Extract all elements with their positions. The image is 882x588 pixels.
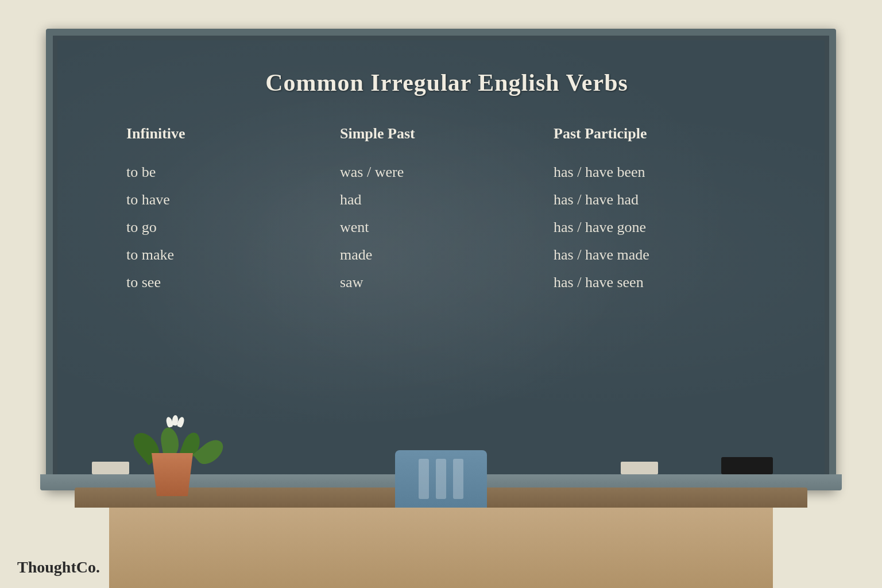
col-item-sp-5: saw	[340, 269, 542, 296]
chair-slat-1	[419, 459, 429, 499]
eraser-left	[92, 462, 129, 474]
col-item-inf-5: to see	[126, 269, 328, 296]
chalkboard-frame: Common Irregular English Verbs Infinitiv…	[46, 29, 836, 490]
col-item-sp-1: was / were	[340, 158, 542, 186]
board-title: Common Irregular English Verbs	[126, 69, 767, 96]
chalkboard-surface: Common Irregular English Verbs Infinitiv…	[57, 40, 825, 479]
col-item-inf-1: to be	[126, 158, 328, 186]
logo-text: ThoughtCo.	[17, 558, 100, 576]
col-item-sp-4: made	[340, 241, 542, 269]
col-item-inf-4: to make	[126, 241, 328, 269]
eraser-right	[621, 462, 658, 474]
plant-pot	[146, 453, 198, 496]
column-infinitive: Infinitive to be to have to go to make t…	[126, 125, 340, 296]
col-item-pp-4: has / have made	[554, 241, 756, 269]
chair-back	[395, 450, 487, 508]
chair	[389, 450, 493, 508]
col-item-sp-3: went	[340, 214, 542, 241]
thoughtco-logo: ThoughtCo.	[17, 558, 100, 577]
col-item-pp-3: has / have gone	[554, 214, 756, 241]
chair-slat-2	[436, 459, 446, 499]
column-past-participle: Past Participle has / have been has / ha…	[554, 125, 767, 296]
plant	[135, 427, 210, 496]
col-item-inf-3: to go	[126, 214, 328, 241]
col-header-infinitive: Infinitive	[126, 125, 328, 142]
board-content: Common Irregular English Verbs Infinitiv…	[57, 40, 825, 479]
col-item-sp-2: had	[340, 186, 542, 214]
col-item-pp-5: has / have seen	[554, 269, 756, 296]
desk-body	[109, 508, 773, 588]
col-item-pp-2: has / have had	[554, 186, 756, 214]
columns-container: Infinitive to be to have to go to make t…	[126, 125, 767, 296]
col-header-past-participle: Past Participle	[554, 125, 756, 142]
col-item-inf-2: to have	[126, 186, 328, 214]
chair-slat-3	[453, 459, 463, 499]
column-simple-past: Simple Past was / were had went made saw	[340, 125, 554, 296]
dark-eraser	[721, 457, 773, 474]
col-header-simple-past: Simple Past	[340, 125, 542, 142]
col-item-pp-1: has / have been	[554, 158, 756, 186]
